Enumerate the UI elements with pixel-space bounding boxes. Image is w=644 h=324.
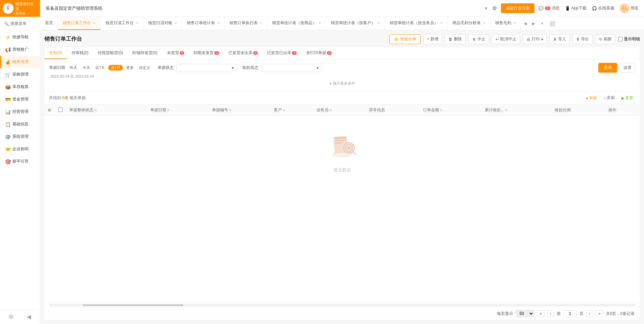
tab-sales-summary-product[interactable]: 销货单统计表（按商品） ✕ [267, 17, 326, 30]
tab-margin-analysis[interactable]: 商品毛利分析表 ✕ [448, 17, 490, 30]
sidebar-item-finance[interactable]: 💳 资金管理 [0, 93, 40, 106]
cancel-pause-button[interactable]: ↩ 取消中止 [492, 34, 520, 44]
filter-tab-overdue-not-shipped[interactable]: 到期未发货0 [189, 47, 224, 59]
footer-collapse-button[interactable]: ◀ [21, 312, 38, 321]
tab-close-cash-reconcile[interactable]: ✕ [174, 21, 177, 25]
tab-maximize[interactable]: ⬜ [547, 18, 558, 29]
sort-icon-customer[interactable]: ⇅ [283, 108, 285, 112]
solution-button[interactable]: 体验行业方案 [501, 3, 534, 13]
sort-icon-staff[interactable]: ⇅ [329, 108, 332, 112]
filter-tab-not-shipped[interactable]: 未发货0 [162, 47, 189, 59]
tab-close-summary-staff[interactable]: ✕ [440, 21, 443, 25]
sidebar-item-guide[interactable]: 🎯 新手引导 [0, 155, 40, 168]
status-select[interactable]: ▾ [176, 64, 237, 72]
sidebar-item-sales[interactable]: 💰 销售管理 [0, 56, 40, 68]
tab-close-margin-analysis[interactable]: ✕ [483, 21, 485, 25]
filter-tab-pending-review[interactable]: 待审核(0) [67, 47, 93, 59]
tab-close-all[interactable]: ✕ [538, 18, 547, 29]
date-btn-today[interactable]: 今天 [81, 65, 92, 71]
topbar-settings-icon[interactable]: ⚙ [492, 5, 497, 11]
select-all-checkbox[interactable] [58, 108, 62, 112]
search-menu-button[interactable]: 🔍 搜索菜单 [3, 19, 37, 28]
print-button[interactable]: 🖨 打印 ▾ [523, 34, 547, 44]
tab-home[interactable]: 首页 [40, 17, 58, 30]
tab-cash-daily[interactable]: 钱货日清工作台 ✕ [101, 17, 143, 30]
sort-icon-date[interactable]: ⇅ [167, 108, 170, 112]
delete-button[interactable]: 🗑 删除 [445, 34, 466, 44]
page-size-select[interactable]: 50 10 20 100 [516, 310, 534, 317]
tab-nav-prev[interactable]: ◀ [521, 18, 529, 29]
tab-sales-workbench[interactable]: 销售订单工作台 ✕ [58, 17, 101, 30]
next-page-button[interactable]: › [586, 310, 593, 317]
first-page-button[interactable]: « [537, 310, 545, 317]
tab-cash-reconcile[interactable]: 钱货日清对账 ✕ [143, 17, 182, 30]
filter-tab-all[interactable]: 全部(0) [44, 47, 67, 59]
scrollbar-thumb[interactable] [83, 304, 183, 306]
filter-tab-wangpu[interactable]: 旺铺待发货(0) [128, 47, 162, 59]
tab-nav-next[interactable]: ▶ [529, 18, 538, 29]
expand-more-button[interactable]: ▾ 展开更多条件 [49, 79, 635, 88]
tab-close-summary-product[interactable]: ✕ [318, 21, 321, 25]
sidebar-item-system[interactable]: ⚙️ 系统管理 [0, 130, 40, 143]
date-btn-more[interactable]: 更多 [124, 65, 136, 71]
sidebar-item-collab[interactable]: 🤝 企业协同 [0, 143, 40, 155]
tab-sales-exec[interactable]: 销售订单执行表 ✕ [225, 17, 267, 30]
tab-close-sales-workbench[interactable]: ✕ [93, 21, 96, 25]
payment-select[interactable]: ▾ [261, 64, 321, 72]
filter-tab-shipped-out[interactable]: 已发货已出库0 [262, 47, 301, 59]
add-button[interactable]: + 新增 [423, 34, 442, 44]
query-button[interactable]: 查询 [598, 63, 617, 73]
tab-sales-summary-customer[interactable]: 销货单统计表（按客户） ✕ [326, 17, 385, 30]
sort-icon-number[interactable]: ⇅ [229, 108, 231, 112]
smart-create-button[interactable]: ⭐ 智能生单 [389, 34, 421, 44]
page-input[interactable] [563, 310, 577, 317]
sort-icon-received[interactable]: ⇅ [505, 108, 508, 112]
ship-button[interactable]: ▶ 发货 [619, 94, 635, 102]
sidebar-item-basic[interactable]: 📋 基础信息 [0, 118, 40, 130]
th-customer: 客户⇅ [270, 105, 313, 116]
tab-close-sales-stat[interactable]: ✕ [217, 21, 220, 25]
date-btn-custom[interactable]: 自定义 [137, 65, 152, 71]
tab-sales-more[interactable]: 销售毛利 ✕ [490, 17, 521, 30]
filter-tab-not-printed[interactable]: 未打印单据0 [301, 47, 336, 59]
tab-close-cash-daily[interactable]: ✕ [136, 21, 138, 25]
show-detail-checkbox[interactable] [618, 37, 622, 41]
import-button[interactable]: ⬇ 导入 [550, 34, 570, 44]
date-btn-7days[interactable]: 近7天 [93, 65, 107, 71]
tab-close-sales-more[interactable]: ✕ [513, 21, 516, 25]
review-button[interactable]: ● 审核 [584, 94, 599, 102]
expand-icon[interactable]: ▼ [484, 6, 488, 11]
message-item[interactable]: 💬 6 消息 [539, 5, 560, 11]
sort-icon-amount[interactable]: ⇅ [440, 108, 442, 112]
sidebar-item-operation[interactable]: 📊 经营管理 [0, 106, 40, 118]
filter-tab-shipped-not-out[interactable]: 已发货未出库0 [224, 47, 263, 59]
filter-settings-button[interactable]: 设置 [620, 63, 635, 73]
prev-page-button[interactable]: ‹ [547, 310, 554, 317]
sort-icon-status[interactable]: ⇅ [94, 108, 97, 112]
th-settings[interactable]: ⚙ [44, 105, 55, 116]
overdue-badge: 0 [214, 51, 219, 55]
sidebar-item-inventory[interactable]: 📦 库存核算 [0, 81, 40, 93]
user-item[interactable]: Ea 用友 [620, 4, 639, 13]
sidebar-item-marketing[interactable]: 📢 营销推广 [0, 43, 40, 56]
date-btn-yesterday[interactable]: 昨天 [68, 65, 79, 71]
sidebar-item-quick-nav[interactable]: ⚡ 快捷导航 [0, 31, 40, 43]
show-detail-label[interactable]: 显示明细 [618, 36, 640, 42]
footer-settings-button[interactable]: ⚙ [3, 312, 19, 321]
export-button[interactable]: ⬆ 导出 [572, 34, 593, 44]
refresh-button[interactable]: ↻ 刷新 [595, 34, 615, 44]
app-download-item[interactable]: 📱 App下载 [565, 5, 587, 11]
tab-sales-summary-staff[interactable]: 销货单统计表（按业务员） ✕ [385, 17, 448, 30]
th-checkbox[interactable] [55, 105, 66, 116]
table-header: ⚙ 单据整体状态⇅ 单据日期⇅ 单据编号⇅ 客户⇅ 业务员⇅ 异常信息 订单金额… [44, 105, 640, 116]
tab-close-sales-exec[interactable]: ✕ [260, 21, 262, 25]
tab-close-summary-customer[interactable]: ✕ [377, 21, 380, 25]
date-btn-1month[interactable]: 近1月 [108, 65, 123, 71]
online-service-item[interactable]: 🎧 在线客服 [592, 5, 614, 11]
tab-sales-stat[interactable]: 销售订单统计表 ✕ [182, 17, 225, 30]
sidebar-item-purchase[interactable]: 🛒 采购管理 [0, 68, 40, 81]
last-page-button[interactable]: » [596, 310, 603, 317]
filter-tab-pending-inspect[interactable]: 待拣货验货(0) [93, 47, 128, 59]
cancel-review-button[interactable]: ○ 弃审 [602, 94, 617, 102]
pause-button[interactable]: ⏸ 中止 [468, 34, 489, 44]
